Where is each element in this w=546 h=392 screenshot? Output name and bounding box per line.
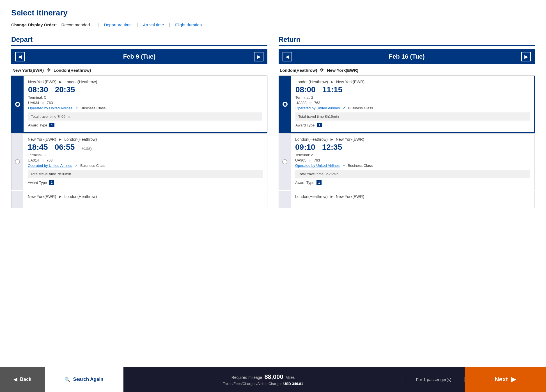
- return-flight-1-times: 08:00 11:15: [295, 85, 530, 94]
- depart-flight-2-route: New York(EWR) ▶ London(Heathrow): [28, 137, 263, 142]
- depart-col-title: Depart: [11, 36, 267, 46]
- return-flight-1-route: London(Heathrow) ▶ New York(EWR): [295, 80, 530, 84]
- return-next-btn[interactable]: ▶: [521, 52, 531, 61]
- depart-from: New York(EWR): [12, 68, 44, 73]
- depart-flight-1-number: UA934 ☆ 763: [28, 101, 262, 105]
- depart-next-btn[interactable]: ▶: [254, 52, 263, 61]
- return-flight-2-operator: Operated by United Airlines ↗ Business C…: [295, 163, 530, 168]
- search-again-button[interactable]: 🔍 Search Again: [45, 367, 123, 392]
- page-title: Select itinerary: [11, 8, 535, 17]
- return-flight-1-radio[interactable]: [283, 102, 288, 107]
- depart-flight-2-number: UA014 ☆ 763: [28, 158, 263, 162]
- depart-flight-1-radio-col: [12, 76, 24, 132]
- return-flight-3-radio-col: [279, 191, 291, 208]
- next-arrow-icon: ▶: [511, 376, 516, 383]
- depart-date: Feb 9 (Tue): [123, 53, 156, 60]
- display-order-value: Recommended: [61, 22, 90, 27]
- return-flight-2-operator-link[interactable]: Operated by United Airlines: [295, 163, 339, 168]
- main-content: Select itinerary Change Display Order: R…: [0, 0, 546, 367]
- return-flight-2-radio-col: [279, 134, 291, 190]
- depart-route-header: New York(EWR) ✈ London(Heathrow): [11, 64, 267, 76]
- depart-flight-3-radio-col: [12, 191, 23, 208]
- back-arrow-icon: ◀: [13, 377, 17, 382]
- depart-flight-1-times: 08:30 20:35: [28, 85, 262, 94]
- return-date-nav: ◀ Feb 16 (Tue) ▶: [279, 49, 535, 64]
- back-label: Back: [20, 377, 31, 382]
- arrival-time-link[interactable]: Arrival time: [143, 22, 164, 27]
- depart-to: London(Heathrow): [54, 68, 91, 73]
- display-order-label: Change Display Order:: [11, 22, 57, 27]
- depart-date-nav: ◀ Feb 9 (Tue) ▶: [11, 49, 267, 64]
- return-flight-3-route: London(Heathrow) ▶ New York(EWR): [295, 194, 530, 199]
- return-flight-1-award: Award Type 1: [295, 123, 530, 129]
- depart-flight-2-radio-col: [12, 134, 23, 190]
- depart-flight-3-route: New York(EWR) ▶ London(Heathrow): [28, 194, 263, 199]
- depart-flight-2-operator: Operated by United Airlines ↗ Business C…: [28, 163, 263, 168]
- depart-flight-1-info: New York(EWR) ▶ London(Heathrow) 08:30 2…: [24, 76, 267, 132]
- return-flight-2-route: London(Heathrow) ▶ New York(EWR): [295, 137, 530, 142]
- back-button[interactable]: ◀ Back: [0, 367, 45, 392]
- search-again-label: Search Again: [73, 377, 103, 382]
- return-flight-1-number: UA883 ☆ 763: [295, 101, 530, 105]
- depart-flight-1-operator-link[interactable]: Operated by United Airlines: [28, 106, 72, 110]
- departure-time-link[interactable]: Departure time: [104, 22, 132, 27]
- next-button[interactable]: Next ▶: [465, 367, 546, 392]
- depart-flight-3[interactable]: New York(EWR) ▶ London(Heathrow): [11, 191, 267, 208]
- return-flight-1[interactable]: London(Heathrow) ▶ New York(EWR) 08:00 1…: [279, 76, 535, 133]
- display-order-bar: Change Display Order: Recommended | Depa…: [11, 22, 535, 27]
- return-flight-2-number: UA905 ☆ 763: [295, 158, 530, 162]
- return-flight-2[interactable]: London(Heathrow) ▶ New York(EWR) 09:10 1…: [279, 133, 535, 190]
- return-flight-1-operator-link[interactable]: Operated by United Airlines: [295, 106, 340, 110]
- depart-prev-btn[interactable]: ◀: [15, 52, 25, 61]
- mileage-section: Required mileage 88,000 Miles Taxes/Fees…: [123, 373, 403, 386]
- return-flight-2-info: London(Heathrow) ▶ New York(EWR) 09:10 1…: [291, 134, 534, 190]
- return-flight-2-travel-time: Total travel time 8h25min: [295, 170, 530, 178]
- depart-flight-2-info: New York(EWR) ▶ London(Heathrow) 18:45 0…: [23, 134, 267, 190]
- return-column: Return ◀ Feb 16 (Tue) ▶ London(Heathrow)…: [279, 36, 535, 209]
- return-flight-3-info: London(Heathrow) ▶ New York(EWR): [291, 191, 534, 208]
- depart-flight-2[interactable]: New York(EWR) ▶ London(Heathrow) 18:45 0…: [11, 133, 267, 190]
- depart-flight-2-travel-time: Total travel time 7h10min: [28, 170, 263, 178]
- search-icon: 🔍: [65, 377, 70, 382]
- return-flight-1-travel-time: Total travel time 8h15min: [295, 112, 530, 121]
- mileage-row: Required mileage 88,000 Miles: [231, 373, 295, 381]
- depart-flight-2-radio[interactable]: [15, 159, 20, 164]
- depart-column: Depart ◀ Feb 9 (Tue) ▶ New York(EWR) ✈ L…: [11, 36, 267, 209]
- depart-flight-1-radio[interactable]: [15, 102, 20, 107]
- return-to: New York(EWR): [327, 68, 358, 73]
- return-flight-1-operator: Operated by United Airlines ↗ Business C…: [295, 106, 530, 110]
- depart-flight-1-award: Award Type 1: [28, 123, 262, 129]
- depart-plane-icon: ✈: [47, 67, 51, 73]
- flight-duration-link[interactable]: Flight duration: [175, 22, 202, 27]
- passenger-section: For 1 passenger(s): [403, 377, 465, 382]
- return-date: Feb 16 (Tue): [389, 53, 425, 60]
- itinerary-grid: Depart ◀ Feb 9 (Tue) ▶ New York(EWR) ✈ L…: [11, 36, 535, 209]
- depart-flight-2-award: Award Type 1: [28, 180, 263, 186]
- depart-flight-1-travel-time: Total travel time 7h05min: [28, 112, 262, 121]
- depart-flight-1[interactable]: New York(EWR) ▶ London(Heathrow) 08:30 2…: [11, 76, 267, 133]
- taxes-row: Taxes/Fees/Charges/Airline Charges USD 3…: [223, 382, 303, 386]
- page-wrapper: Select itinerary Change Display Order: R…: [0, 0, 546, 392]
- return-prev-btn[interactable]: ◀: [283, 52, 292, 61]
- next-label: Next: [495, 376, 508, 383]
- return-flight-2-times: 09:10 12:35: [295, 143, 530, 152]
- return-col-title: Return: [279, 36, 535, 46]
- return-flight-1-info: London(Heathrow) ▶ New York(EWR) 08:00 1…: [291, 76, 534, 132]
- return-flight-1-radio-col: [279, 76, 291, 132]
- return-flight-2-radio[interactable]: [282, 159, 287, 164]
- return-route-header: London(Heathrow) ✈ New York(EWR): [279, 64, 535, 76]
- return-plane-icon: ✈: [320, 67, 324, 73]
- depart-flight-1-operator: Operated by United Airlines ↗ Business C…: [28, 106, 262, 110]
- depart-flight-2-operator-link[interactable]: Operated by United Airlines: [28, 163, 72, 168]
- return-flight-3[interactable]: London(Heathrow) ▶ New York(EWR): [279, 191, 535, 208]
- depart-flight-1-route: New York(EWR) ▶ London(Heathrow): [28, 80, 262, 84]
- return-from: London(Heathrow): [280, 68, 317, 73]
- depart-flight-2-times: 18:45 06:55 +1day: [28, 143, 263, 152]
- bottom-bar: ◀ Back 🔍 Search Again Required mileage 8…: [0, 367, 546, 392]
- return-flight-2-award: Award Type 1: [295, 180, 530, 186]
- depart-flight-3-info: New York(EWR) ▶ London(Heathrow): [23, 191, 267, 208]
